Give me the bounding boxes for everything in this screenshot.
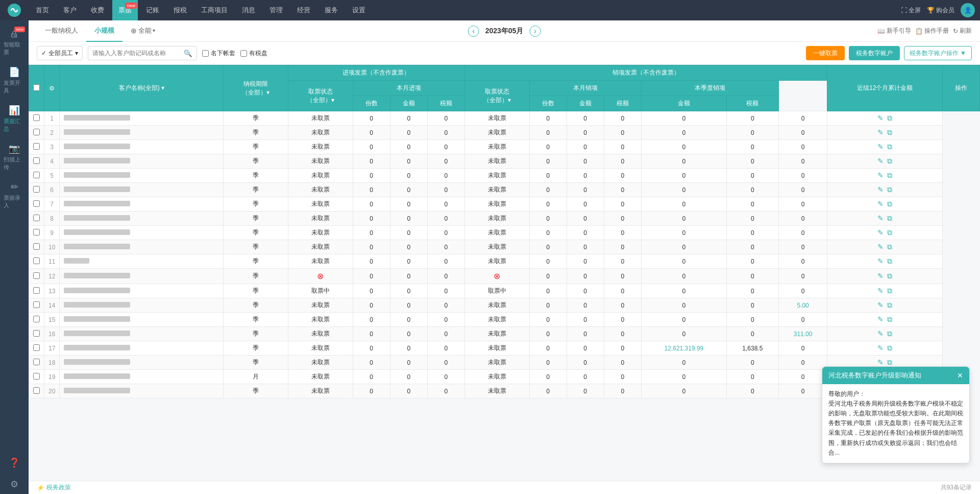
edit-icon[interactable]: ✎: [877, 143, 884, 151]
out-status-cell[interactable]: 未取票: [464, 169, 529, 183]
row-checkbox[interactable]: [33, 387, 40, 394]
tab-general-taxpayer[interactable]: 一般纳税人: [37, 20, 86, 42]
period-next-button[interactable]: ›: [529, 26, 541, 37]
acc12-value[interactable]: 5.00: [797, 302, 808, 309]
row-checkbox-cell[interactable]: [29, 254, 44, 269]
copy-icon[interactable]: ⧉: [887, 214, 892, 222]
in-status-cell[interactable]: 未取票: [288, 384, 353, 398]
in-status-cell[interactable]: 未取票: [288, 126, 353, 140]
acc12-value[interactable]: 311.00: [794, 331, 813, 338]
in-status-cell[interactable]: 未取票: [288, 298, 353, 313]
row-checkbox[interactable]: [33, 129, 40, 135]
row-checkbox-cell[interactable]: [29, 226, 44, 240]
nav-service[interactable]: 服务: [318, 0, 344, 20]
row-checkbox[interactable]: [33, 186, 40, 193]
row-checkbox-cell[interactable]: [29, 341, 44, 356]
row-checkbox-cell[interactable]: [29, 313, 44, 327]
in-status-cell[interactable]: 未取票: [288, 341, 353, 356]
in-status-cell[interactable]: 未取票: [288, 140, 353, 154]
copy-icon[interactable]: ⧉: [887, 257, 892, 265]
copy-icon[interactable]: ⧉: [887, 114, 892, 122]
row-checkbox-cell[interactable]: [29, 111, 44, 126]
copy-icon[interactable]: ⧉: [887, 143, 892, 151]
out-status-cell[interactable]: 未取票: [464, 327, 529, 341]
manual-button[interactable]: 📋 操作手册: [915, 27, 949, 35]
row-checkbox-cell[interactable]: [29, 126, 44, 140]
row-checkbox[interactable]: [33, 172, 40, 178]
edit-icon[interactable]: ✎: [877, 257, 884, 265]
row-checkbox[interactable]: [33, 215, 40, 221]
edit-icon[interactable]: ✎: [877, 272, 884, 280]
digital-account-operation-button[interactable]: 税务数字账户操作 ▼: [904, 46, 972, 60]
row-checkbox-cell[interactable]: [29, 211, 44, 226]
copy-icon[interactable]: ⧉: [887, 128, 892, 136]
edit-icon[interactable]: ✎: [877, 358, 884, 366]
row-checkbox[interactable]: [33, 316, 40, 322]
nav-settings[interactable]: 设置: [346, 0, 372, 20]
checkbox-subaccount[interactable]: 名下帐套: [202, 49, 235, 58]
one-click-ticket-button[interactable]: 一键取票: [806, 46, 845, 60]
nav-manage[interactable]: 管理: [263, 0, 289, 20]
sidebar-item-settings-bottom[interactable]: ⚙: [2, 475, 27, 494]
in-status-cell[interactable]: 未取票: [288, 183, 353, 197]
season-amount[interactable]: 12,621,319.99: [665, 345, 704, 352]
user-avatar[interactable]: 👤: [961, 3, 975, 17]
row-checkbox-cell[interactable]: [29, 370, 44, 384]
in-status-cell[interactable]: 未取票: [288, 313, 353, 327]
digital-account-button[interactable]: 税务数字账户: [849, 46, 900, 60]
edit-icon[interactable]: ✎: [877, 171, 884, 179]
row-checkbox[interactable]: [33, 114, 40, 121]
row-checkbox[interactable]: [33, 143, 40, 150]
refresh-button[interactable]: ↻ 刷新: [953, 27, 972, 35]
out-status-cell[interactable]: 未取票: [464, 183, 529, 197]
nav-home[interactable]: 首页: [30, 0, 55, 20]
edit-icon[interactable]: ✎: [877, 287, 884, 295]
sidebar-item-scan[interactable]: 📷 扫描上传: [2, 139, 27, 175]
period-prev-button[interactable]: ‹: [468, 26, 479, 37]
out-status-cell[interactable]: 未取票: [464, 370, 529, 384]
edit-icon[interactable]: ✎: [877, 214, 884, 222]
out-status-cell[interactable]: 未取票: [464, 384, 529, 398]
in-status-cell[interactable]: 未取票: [288, 240, 353, 254]
tab-small-scale[interactable]: 小规模: [86, 20, 122, 42]
out-status-cell[interactable]: ⊗: [464, 269, 529, 284]
row-checkbox-cell[interactable]: [29, 356, 44, 370]
row-checkbox[interactable]: [33, 301, 40, 308]
fullscreen-button[interactable]: ⛶ 全屏: [901, 6, 921, 15]
in-status-cell[interactable]: 未取票: [288, 154, 353, 169]
edit-icon[interactable]: ✎: [877, 228, 884, 237]
sidebar-item-entry[interactable]: ✏ 票据录入: [2, 177, 27, 214]
search-button[interactable]: 🔍: [180, 46, 197, 60]
copy-icon[interactable]: ⧉: [887, 301, 892, 309]
search-input[interactable]: [88, 46, 180, 60]
edit-icon[interactable]: ✎: [877, 315, 884, 323]
edit-icon[interactable]: ✎: [877, 243, 884, 251]
out-status-cell[interactable]: 未取票: [464, 298, 529, 313]
row-checkbox-cell[interactable]: [29, 284, 44, 298]
out-status-cell[interactable]: 未取票: [464, 197, 529, 211]
row-checkbox-cell[interactable]: [29, 269, 44, 284]
copy-icon[interactable]: ⧉: [887, 287, 892, 295]
sidebar-item-invoice-open[interactable]: 📄 发票开具: [2, 62, 27, 99]
guide-button[interactable]: 📖 新手引导: [877, 27, 911, 35]
out-status-cell[interactable]: 未取票: [464, 356, 529, 370]
in-status-cell[interactable]: 未取票: [288, 370, 353, 384]
in-status-cell[interactable]: 未取票: [288, 211, 353, 226]
select-all-checkbox[interactable]: [33, 84, 40, 91]
edit-icon[interactable]: ✎: [877, 200, 884, 208]
edit-icon[interactable]: ✎: [877, 344, 884, 352]
checkbox-subaccount-input[interactable]: [202, 50, 209, 57]
sidebar-item-summary[interactable]: 📊 票据汇总: [2, 101, 27, 137]
out-status-cell[interactable]: 未取票: [464, 341, 529, 356]
out-status-cell[interactable]: 未取票: [464, 313, 529, 327]
nav-tickets[interactable]: 票据 new: [112, 0, 138, 20]
checkbox-taxdisk[interactable]: 有税盘: [240, 49, 267, 58]
out-status-cell[interactable]: 未取票: [464, 111, 529, 126]
member-button[interactable]: 🏆 购会员: [927, 6, 954, 15]
copy-icon[interactable]: ⧉: [887, 171, 892, 179]
row-checkbox[interactable]: [33, 272, 40, 279]
notification-close-button[interactable]: ✕: [957, 371, 963, 380]
nav-message[interactable]: 消息: [236, 0, 261, 20]
row-checkbox-cell[interactable]: [29, 154, 44, 169]
in-status-cell[interactable]: 未取票: [288, 169, 353, 183]
